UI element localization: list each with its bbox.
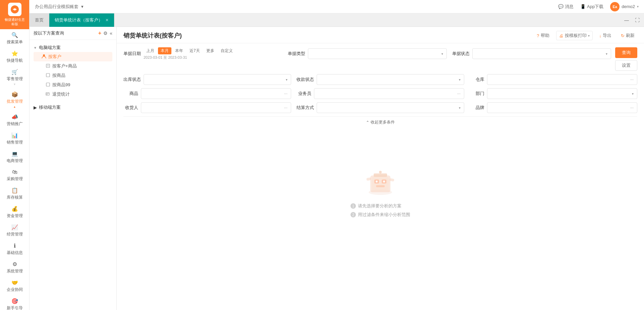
user-area[interactable]: Ea demo2 ▾	[610, 2, 639, 11]
out-input[interactable]: ▾	[144, 74, 291, 85]
receiver-input[interactable]: ···	[141, 102, 291, 113]
sidebar-item-purchase[interactable]: 🛍 采购管理	[0, 166, 29, 185]
settle-dropdown-icon: ▾	[459, 106, 461, 110]
export-icon: ↓	[599, 33, 602, 38]
sidebar-item-operation[interactable]: 📈 经营管理	[0, 221, 29, 240]
settle-input[interactable]: ▾	[317, 102, 464, 113]
date-tab-7days[interactable]: 近7天	[187, 47, 203, 54]
settle-cell: 结算方式 ▾	[297, 102, 464, 113]
tab-sales-stats-label: 销货单统计表（按客户）	[55, 17, 103, 23]
purchase-icon: 🛍	[12, 169, 17, 175]
help-btn[interactable]: ? 帮助	[534, 31, 552, 40]
print-btn[interactable]: 🖨 按模板打印 ▾	[556, 31, 593, 40]
receiver-cell: 收货人 ···	[123, 102, 291, 113]
out-dropdown-icon: ▾	[286, 78, 287, 82]
dept-label: 部门	[470, 91, 484, 97]
dept-input[interactable]: ▾	[487, 88, 637, 99]
type-input[interactable]: ▾	[308, 48, 447, 59]
warehouse-input[interactable]: ···	[487, 74, 637, 85]
sidebar-item-ecommerce[interactable]: 💻 电商管理	[0, 148, 29, 166]
brand-input[interactable]: ···	[487, 102, 637, 113]
sidebar-item-basic[interactable]: ℹ 基础信息	[0, 240, 29, 258]
settings-scheme-btn[interactable]: ⚙	[103, 31, 108, 36]
company-name: 办公用品行业模拟账套	[35, 4, 78, 10]
empty-tips: 1 请先选择要分析的方案 2 用过滤条件来缩小分析范围	[351, 203, 410, 218]
sidebar-item-shortcut[interactable]: ⭐ 快捷导航	[0, 48, 29, 66]
query-button[interactable]: 查询	[615, 47, 637, 58]
collection-dropdown-icon: ▾	[459, 78, 461, 82]
export-btn[interactable]: ↓ 导出	[597, 31, 614, 40]
mobile-group-header[interactable]: ▶ 移动端方案	[34, 103, 112, 112]
date-tab-custom[interactable]: 自定义	[218, 47, 235, 54]
sidebar-item-collab-label: 企业协同	[7, 287, 23, 293]
refresh-label: 刷新	[626, 33, 635, 39]
warehouse-dots: ···	[630, 77, 634, 82]
message-label: 消息	[565, 4, 574, 10]
svg-rect-7	[46, 83, 50, 86]
tab-home[interactable]: 首页	[30, 13, 49, 27]
sidebar-item-inventory[interactable]: 📋 库存核算	[0, 185, 29, 203]
date-tab-lastmonth[interactable]: 上月	[144, 47, 157, 54]
print-icon: 🖨	[559, 33, 564, 38]
message-btn[interactable]: 💬 消息	[558, 4, 574, 10]
customer-icon	[42, 54, 46, 60]
out-status-cell: 出库状态 ▾	[123, 74, 291, 85]
date-tab-more[interactable]: 更多	[204, 47, 217, 54]
print-label: 按模板打印	[565, 33, 587, 39]
pc-group-header[interactable]: ▼ 电脑端方案	[34, 43, 112, 52]
svg-point-18	[376, 180, 378, 183]
status-input[interactable]: ▾	[472, 48, 611, 59]
date-filter-container: 上月 本月 本年 近7天 更多 自定义 2023-03-01 至 2023-03…	[144, 47, 282, 60]
collapse-bar[interactable]: ⌃ 收起更多条件	[123, 116, 637, 128]
date-tab-thisyear[interactable]: 本年	[172, 47, 186, 54]
tip-num-1: 1	[351, 203, 356, 209]
add-scheme-btn[interactable]: +	[98, 30, 101, 36]
tab-close-icon[interactable]: ✕	[105, 18, 109, 22]
main-area: 办公用品行业模拟账套 ▾ 💬 消息 📱 App下载 Ea demo2 ▾ 首页 …	[30, 0, 644, 310]
collection-cell: 收款状态 ▾	[297, 74, 464, 85]
tree-item-customer-goods[interactable]: 按客户+商品	[34, 61, 112, 71]
company-dropdown-icon[interactable]: ▾	[81, 4, 84, 9]
sidebar-logo: 畅捷通好生意 标版	[0, 0, 29, 29]
svg-point-1	[14, 8, 16, 10]
pc-group-label: 电脑端方案	[39, 45, 61, 51]
tab-sales-stats[interactable]: 销货单统计表（按客户） ✕	[49, 13, 114, 27]
sidebar-item-system[interactable]: ⚙ 系统管理	[0, 258, 29, 277]
sidebar-item-retail[interactable]: 🛒 零售管理 ▼	[0, 66, 29, 89]
sidebar-item-guide-label: 新手引导	[7, 305, 23, 310]
warehouse-cell: 仓库 ···	[470, 74, 637, 85]
svg-rect-21	[374, 173, 387, 177]
mobile-group: ▶ 移动端方案	[30, 101, 116, 114]
out-label: 出库状态	[123, 76, 141, 83]
topbar-left: 办公用品行业模拟账套 ▾	[35, 4, 84, 10]
sidebar-item-marketing[interactable]: 📣 营销推广	[0, 111, 29, 130]
staff-input[interactable]: ···	[314, 88, 464, 99]
dept-cell: 部门 ▾	[470, 88, 637, 99]
panel-header: 按以下方案查询 + ⚙ «	[30, 27, 116, 40]
ecommerce-icon: 💻	[11, 151, 18, 157]
tree-item-goods-label: 按商品	[52, 72, 65, 79]
sidebar-item-collab[interactable]: 🤝 企业协同	[0, 277, 29, 295]
filter-area: 单据日期 上月 本月 本年 近7天 更多 自定义 20	[117, 43, 644, 132]
date-tab-thismonth[interactable]: 本月	[158, 47, 171, 54]
tree-item-return[interactable]: 退货统计	[34, 90, 112, 99]
tab-maximize-btn[interactable]: ⛶	[633, 16, 641, 24]
basic-icon: ℹ	[14, 243, 16, 249]
sidebar-item-finance[interactable]: 💰 资金管理	[0, 203, 29, 221]
sidebar-item-guide[interactable]: 🎯 新手引导	[0, 295, 29, 310]
settings-button[interactable]: 设置	[615, 60, 637, 71]
app-download-btn[interactable]: 📱 App下载	[580, 4, 603, 10]
sidebar-item-search[interactable]: 🔍 搜索菜单	[0, 29, 29, 48]
tree-item-goods[interactable]: 按商品	[34, 71, 112, 80]
collapse-panel-btn[interactable]: «	[110, 31, 112, 36]
refresh-btn[interactable]: ↻ 刷新	[618, 31, 637, 40]
help-label: 帮助	[541, 33, 549, 39]
app-download-label: App下载	[587, 4, 603, 10]
collection-input[interactable]: ▾	[317, 74, 464, 85]
sidebar-item-wholesale[interactable]: 📦 批发管理	[0, 89, 29, 111]
goods-input[interactable]: ···	[141, 88, 291, 99]
tab-minimize-btn[interactable]: —	[623, 16, 631, 24]
sidebar-item-sales[interactable]: 📊 销售管理	[0, 130, 29, 148]
tree-item-customer[interactable]: 按客户	[34, 52, 112, 61]
tree-item-goods99[interactable]: 按商品99	[34, 80, 112, 90]
